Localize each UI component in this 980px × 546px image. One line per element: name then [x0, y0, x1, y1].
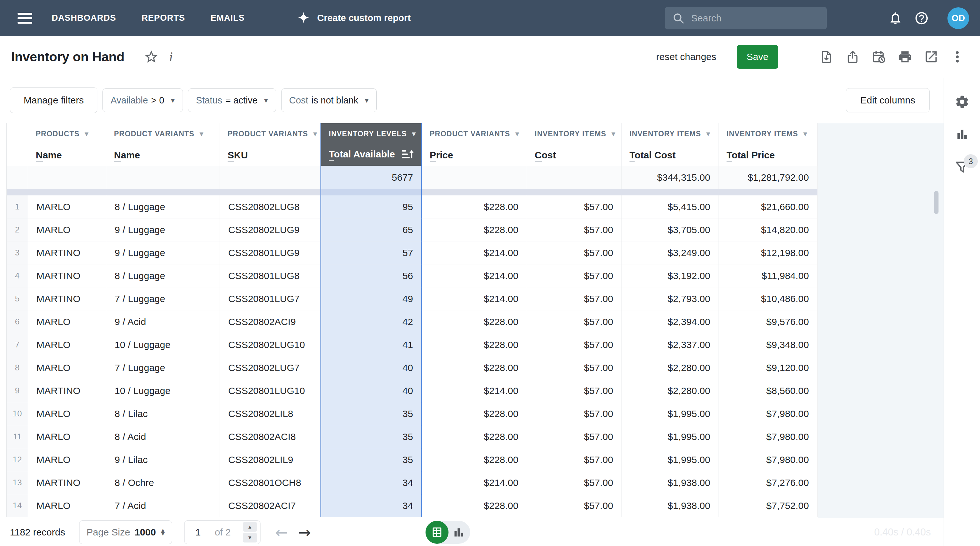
column-header-sku[interactable]: PRODUCT VARIANTS▼SKU	[220, 123, 320, 166]
records-count: 1182 records	[10, 527, 65, 538]
summary-cell-num	[6, 166, 28, 189]
cell-cost: $57.00	[527, 264, 622, 287]
table-row[interactable]: 5MARTINO7 / LuggageCSS20801LUG749$214.00…	[6, 287, 818, 310]
summary-cell-price	[422, 166, 527, 189]
bar-chart-icon[interactable]	[955, 127, 969, 142]
column-header-variant[interactable]: PRODUCT VARIANTS▼Name	[106, 123, 220, 166]
manage-filters-button[interactable]: Manage filters	[10, 88, 97, 113]
reset-changes-link[interactable]: reset changes	[656, 51, 716, 62]
page-number-control: 1 of 2 ▲ ▼	[184, 521, 261, 544]
column-group-caret-icon[interactable]: ▼	[313, 131, 317, 137]
cell-variant: 8 / Luggage	[106, 196, 220, 218]
cell-num: 8	[6, 357, 28, 379]
next-page-arrow[interactable]: →	[298, 525, 311, 540]
prev-page-arrow[interactable]: ←	[275, 525, 288, 540]
column-header-price[interactable]: PRODUCT VARIANTS▼Price	[422, 123, 527, 166]
favorite-star-icon[interactable]	[144, 49, 159, 65]
filter-chip-available[interactable]: Available > 0 ▼	[102, 88, 183, 112]
chip-condition: is not blank	[312, 95, 358, 106]
column-group-caret-icon[interactable]: ▼	[611, 131, 616, 137]
cell-total_cost: $1,995.00	[622, 402, 719, 425]
right-rail: 3	[943, 78, 980, 546]
info-icon[interactable]: i	[169, 50, 173, 64]
cell-total_price: $12,198.00	[719, 241, 818, 264]
cell-price: $214.00	[422, 471, 527, 494]
cell-price: $228.00	[422, 448, 527, 471]
share-icon[interactable]	[845, 49, 860, 64]
table-row[interactable]: 2MARLO9 / LuggageCSS20802LUG965$228.00$5…	[6, 218, 818, 241]
nav-reports[interactable]: REPORTS	[142, 13, 185, 23]
open-external-icon[interactable]	[924, 49, 939, 64]
table-row[interactable]: 4MARTINO8 / LuggageCSS20801LUG856$214.00…	[6, 264, 818, 287]
table-row[interactable]: 13MARTINO8 / OchreCSS20801OCH834$214.00$…	[6, 471, 818, 494]
user-avatar[interactable]: OD	[947, 7, 969, 29]
page-size-select[interactable]: Page Size 1000 ▲▼	[79, 521, 172, 544]
table-row[interactable]: 10MARLO8 / LilacCSS20802LIL835$228.00$57…	[6, 402, 818, 425]
column-group-caret-icon[interactable]: ▼	[706, 131, 710, 137]
gear-icon[interactable]	[955, 94, 970, 110]
table-row[interactable]: 7MARLO10 / LuggageCSS20802LUG1041$228.00…	[6, 333, 818, 357]
cell-num: 4	[6, 264, 28, 287]
more-options-icon[interactable]	[950, 49, 965, 64]
table-row[interactable]: 12MARLO9 / LilacCSS20802LIL935$228.00$57…	[6, 448, 818, 471]
column-group-caret-icon[interactable]: ▼	[412, 131, 416, 137]
current-page-input[interactable]: 1	[196, 527, 201, 538]
page-down-button[interactable]: ▼	[243, 533, 257, 543]
column-header-cost[interactable]: INVENTORY ITEMS▼Cost	[527, 123, 622, 166]
summary-cell-cost	[527, 166, 622, 189]
table-row[interactable]: 6MARLO9 / AcidCSS20802ACI942$228.00$57.0…	[6, 310, 818, 333]
cell-total_cost: $2,280.00	[622, 379, 719, 402]
create-custom-report-button[interactable]: Create custom report	[297, 10, 410, 26]
table-row[interactable]: 1MARLO8 / LuggageCSS20802LUG895$228.00$5…	[6, 196, 818, 218]
export-file-icon[interactable]	[819, 49, 834, 64]
column-header-total_price[interactable]: INVENTORY ITEMS▼Total Price	[719, 123, 818, 166]
cell-product: MARTINO	[28, 264, 106, 287]
cell-total_cost: $1,995.00	[622, 425, 719, 448]
cell-sku: CSS20801OCH8	[220, 471, 320, 494]
cell-num: 1	[6, 196, 28, 218]
table-row[interactable]: 3MARTINO9 / LuggageCSS20801LUG957$214.00…	[6, 241, 818, 264]
cell-product: MARLO	[28, 448, 106, 471]
page-title: Inventory on Hand	[11, 49, 124, 65]
column-group-caret-icon[interactable]: ▼	[199, 131, 204, 137]
notifications-bell-icon[interactable]	[888, 11, 903, 25]
search-input[interactable]	[690, 13, 820, 24]
title-bar-actions: reset changes Save	[656, 45, 965, 68]
print-icon[interactable]	[898, 49, 912, 64]
cell-available: 40	[320, 379, 422, 402]
hamburger-menu-icon[interactable]	[18, 13, 32, 24]
table-view-button[interactable]	[426, 521, 449, 544]
search-icon	[672, 12, 685, 25]
cell-price: $228.00	[422, 425, 527, 448]
column-header-product[interactable]: PRODUCTS▼Name	[28, 123, 106, 166]
cell-product: MARTINO	[28, 379, 106, 402]
global-search[interactable]	[665, 7, 827, 29]
table-row[interactable]: 11MARLO8 / AcidCSS20802ACI835$228.00$57.…	[6, 425, 818, 448]
cell-variant: 9 / Luggage	[106, 218, 220, 241]
column-group-caret-icon[interactable]: ▼	[84, 131, 89, 137]
table-row[interactable]: 8MARLO7 / LuggageCSS20802LUG740$228.00$5…	[6, 357, 818, 379]
table-row[interactable]: 14MARLO7 / AcidCSS20802ACI734$228.00$57.…	[6, 494, 818, 517]
page-up-button[interactable]: ▲	[243, 522, 257, 532]
filter-chip-status[interactable]: Status = active ▼	[188, 88, 276, 112]
cell-product: MARTINO	[28, 241, 106, 264]
vertical-scrollbar[interactable]	[934, 191, 939, 214]
schedule-icon[interactable]	[872, 49, 886, 64]
band-segment	[106, 189, 220, 196]
nav-emails[interactable]: EMAILS	[211, 13, 245, 23]
help-icon[interactable]	[914, 11, 929, 25]
cell-price: $228.00	[422, 357, 527, 379]
column-header-available[interactable]: INVENTORY LEVELS▼Total Available	[320, 123, 422, 166]
column-header-total_cost[interactable]: INVENTORY ITEMS▼Total Cost	[622, 123, 719, 166]
filter-chip-cost[interactable]: Cost is not blank ▼	[281, 88, 377, 112]
chevron-down-icon: ▼	[364, 97, 369, 103]
chart-view-button[interactable]	[452, 526, 465, 539]
save-button[interactable]: Save	[737, 45, 778, 68]
summary-cell-total_cost: $344,315.00	[622, 166, 719, 189]
nav-dashboards[interactable]: DASHBOARDS	[52, 13, 116, 23]
table-row[interactable]: 9MARTINO10 / LuggageCSS20801LUG1040$214.…	[6, 379, 818, 402]
column-group-caret-icon[interactable]: ▼	[803, 131, 807, 137]
column-group-caret-icon[interactable]: ▼	[515, 131, 519, 137]
edit-columns-button[interactable]: Edit columns	[846, 88, 929, 112]
cell-available: 57	[320, 241, 422, 264]
